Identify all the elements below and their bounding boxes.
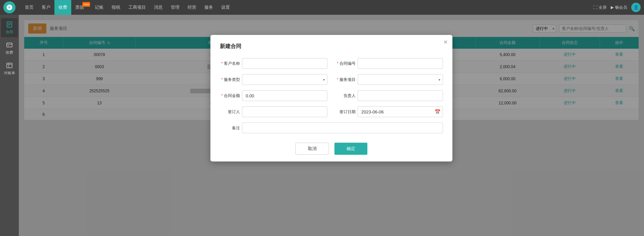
fullscreen-button[interactable]: ⛶ 全屏 [593,5,607,10]
svg-rect-7 [7,63,12,68]
form-row-amount: 合同金额 [220,90,327,101]
avatar-icon: 👤 [634,5,639,10]
sign-date-input[interactable] [358,106,443,117]
nav-operation[interactable]: 经营 [184,0,200,15]
sign-date-label: 签订日期 [335,109,356,115]
service-item-select-wrapper [358,74,443,85]
responsible-input[interactable] [358,90,443,101]
nav-client[interactable]: 客户 [38,0,54,15]
amount-input[interactable] [242,90,327,101]
form-row-notes: 备注 [220,123,443,133]
billing-icon [6,41,13,49]
form-row-responsible: 负责人 [335,90,443,101]
nav-message[interactable]: 消息 [150,0,167,15]
modal-footer: 取消 确定 [220,143,443,155]
new-badge: new [82,2,90,7]
contract-icon [6,21,13,28]
sidebar-reconcile-label: 对账单 [4,70,15,76]
sidebar: 合同 收费 对账单 [0,15,19,236]
member-label: 畅会员 [615,5,627,10]
svg-rect-4 [7,43,12,47]
contract-no-input[interactable] [358,58,443,69]
notes-input[interactable] [242,123,443,133]
service-type-select[interactable] [242,74,327,85]
nav-service[interactable]: 服务 [200,0,217,15]
logo [3,1,15,13]
sidebar-billing-label: 收费 [6,50,13,55]
sidebar-item-contract[interactable]: 合同 [1,18,18,37]
new-contract-modal: ✕ 新建合同 客户名称 合同编号 服务类型 [210,35,452,161]
nav-business[interactable]: 工商项目 [124,0,150,15]
service-type-select-wrapper [242,74,327,85]
sidebar-contract-label: 合同 [6,30,13,35]
client-name-label: 客户名称 [220,61,240,66]
form-grid: 客户名称 合同编号 服务类型 服务项目 [220,58,443,133]
nav-right: ⛶ 全屏 ▶ 畅会员 👤 [593,3,641,12]
top-nav: 首页 客户 收费 票据 new 记账 报税 工商项目 消息 管理 经营 服务 设… [0,0,644,15]
nav-tax[interactable]: 报税 [108,0,124,15]
sidebar-item-reconcile[interactable]: 对账单 [1,59,18,78]
nav-home[interactable]: 首页 [21,0,38,15]
service-item-select[interactable] [358,74,443,85]
client-name-input[interactable] [242,58,327,69]
avatar[interactable]: 👤 [631,3,641,12]
responsible-label: 负责人 [335,93,356,99]
nav-settings[interactable]: 设置 [217,0,234,15]
form-row-contract-no: 合同编号 [335,58,443,69]
fullscreen-icon: ⛶ [593,5,597,10]
fullscreen-label: 全屏 [599,5,607,10]
form-row-sign-date: 签订日期 📅 [335,106,443,117]
service-type-label: 服务类型 [220,77,240,83]
form-row-service-item: 服务项目 [335,74,443,85]
signer-label: 签订人 [220,109,240,115]
cancel-button[interactable]: 取消 [295,143,329,155]
confirm-button[interactable]: 确定 [334,143,367,155]
nav-ticket[interactable]: 票据 new [71,0,91,15]
main-layout: 合同 收费 对账单 [0,15,644,236]
form-row-service-type: 服务类型 [220,74,327,85]
nav-invoice[interactable]: 收费 [54,0,71,15]
main-content: 新增 服务项目 进行中 已完成 已终止 🔍 [19,15,644,236]
play-icon: ▶ [611,5,614,10]
notes-label: 备注 [220,125,240,131]
nav-manage[interactable]: 管理 [167,0,184,15]
reconcile-icon [6,62,13,69]
nav-account[interactable]: 记账 [91,0,108,15]
sidebar-item-billing[interactable]: 收费 [1,39,18,58]
form-row-signer: 签订人 [220,106,327,117]
modal-title: 新建合同 [220,43,443,50]
form-row-client: 客户名称 [220,58,327,69]
signer-input[interactable] [242,106,327,117]
sign-date-wrapper: 📅 [358,106,443,117]
contract-no-label: 合同编号 [335,61,356,66]
service-item-label: 服务项目 [335,77,356,83]
member-button[interactable]: ▶ 畅会员 [611,5,627,10]
amount-label: 合同金额 [220,93,240,99]
modal-close-button[interactable]: ✕ [443,40,448,45]
modal-overlay: ✕ 新建合同 客户名称 合同编号 服务类型 [19,15,644,236]
